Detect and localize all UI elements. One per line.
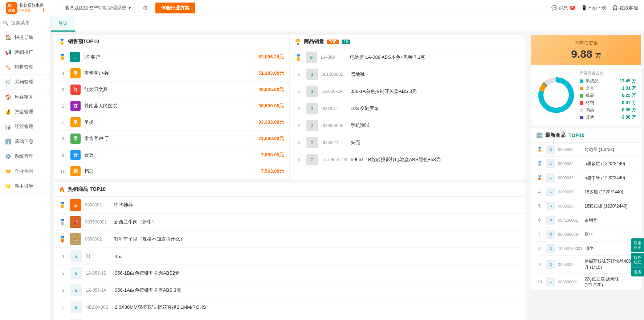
sales-icon: 🏷️ [4,63,12,71]
rank-medal-icon: 🥇 [535,147,543,152]
product-thumbnail: G [306,120,318,131]
sidebar-item-quick-nav[interactable]: 🏠 快捷导航 [0,30,50,45]
rank-value: 33,333.00元 [258,119,284,126]
sidebar-item-system[interactable]: ⚙️ 系统管理 [0,149,50,164]
system-selector[interactable]: 装备及固定资产辅助管理系统 ▾ [61,3,135,13]
product-code: 000800005 [322,123,347,128]
app-download-button[interactable]: 📱 App下载 [581,5,606,11]
legend-item: 成品 0.25 万 [580,93,636,99]
img-placeholder: G [311,90,314,94]
top-right-actions: 💬 消息 6 📱 App下载 🎧 在线客服 [551,5,638,11]
hot-product-item: 🥉 🍖 0000002 智利车子里（规格不知道填什么） [54,231,525,248]
customer-name: 档总 [84,168,257,175]
sidebar-item-basics[interactable]: ℹ️ 基础信息 [0,134,50,149]
avatar: 零 [70,68,81,78]
customer-name: LS 客户 [83,54,255,60]
rank-number: 6 [59,103,67,109]
sidebar-item-sales[interactable]: 🏷️ 销售管理 [0,60,50,75]
guide-icon: 🌟 [4,182,12,190]
gold-medal-icon: 🥇 [59,54,66,61]
inventory-icon: 🏠 [4,93,12,100]
legend-item: 文具 1.01 万 [580,85,636,91]
product-name: 雪地靴 [351,71,520,78]
newest-item: 4 G 0000030 18多层 (1220*2440) [531,185,641,199]
avatar: L [70,52,80,62]
product-rank-item: 🥇 G LA-089 电池盖 LA-089 ABS本色+黑种 7.1克 [290,49,525,66]
rank-item: 5 红 红太阳文具 40,925.00元 [54,82,289,98]
product-thumbnail: G [546,188,555,196]
rank-number: 9 [59,152,67,158]
gear-button[interactable]: ⚙ [139,2,151,14]
main-content: 🥇 销售额TOP10 🥇 L LS 客户 53,006.26元 [51,32,644,320]
sidebar-item-guide[interactable]: 🌟 新手引导 [0,179,50,194]
legend-color-dot [580,79,583,83]
messages-button[interactable]: 💬 消息 6 [551,5,575,11]
legend-item: 材料 0.07 万 [580,100,636,106]
product-name: 封边带 (1.0*22) [584,147,637,153]
customer-name: 星扬 [84,119,255,126]
newest-product-list: 🥇 G 0000033 封边带 (1.0*22) 🥈 G 0000032 5厘多… [531,143,641,290]
product-code: 01 [86,254,111,259]
product-thumbnail: 🥩 [70,216,81,228]
product-rank-item: 4 G 001000002 雪地靴 [290,66,525,83]
product-code: 0000002 [85,237,110,242]
product-code: 003800001 [558,280,582,284]
rank-number: 5 [59,271,67,276]
sidebar-item-collab[interactable]: 🤝 企业协同 [0,164,50,179]
hot-product-item: 🥇 🍜 0000001 中华神器 [54,197,525,214]
message-icon: 💬 [551,5,557,11]
hot-product-item: 6 G LA-056-1A 056-1A白色按键开关盖ABS 3壳 [54,282,525,299]
tab-home[interactable]: 首页 [51,16,75,32]
product-name: 056-1A白色按键开关盖ABS 3壳 [351,88,520,95]
sidebar-item-label: 企业协同 [15,168,33,175]
product-thumbnail: G [546,159,555,168]
hot-products-section: 🔥 热销商品 TOP10 🥇 🍜 0000001 中华神器 🥈 [54,182,525,320]
customer-name: 苍南县人民医院 [84,103,255,109]
sidebar-item-purchase[interactable]: 🛒 采购管理 [0,75,50,90]
rank-number: 6 [535,218,543,223]
rank-number: 6 [59,288,67,293]
product-name: 原坐 [585,246,637,252]
product-code: LA-056-1A [322,89,347,94]
product-thumbnail: G [306,137,318,148]
float-buttons: 客服热线 服务社区 直播 [631,238,644,276]
img-placeholder: G [311,73,314,77]
legend-label: 材料 [586,100,620,106]
legend-value: 12.45 万 [620,78,636,84]
search-menu-button[interactable]: 🔍 搜索菜单 [0,16,50,30]
sidebar-item-operations[interactable]: 📊 经营管理 [0,119,50,134]
product-code: 0000028 [558,262,582,267]
rank-item: 7 星 星扬 33,333.00元 [54,114,289,131]
trial-button[interactable]: 体验行业方案 [155,3,195,13]
avatar: 零 [70,134,81,144]
sidebar-item-inventory[interactable]: 🏠 库存核算 [0,90,50,104]
rank-number: 7 [59,305,67,310]
product-rank-item: 5 G LA-056-1A 056-1A白色按键开关盖ABS 3壳 [290,83,525,100]
rank-number: 7 [59,120,67,125]
system-name: 装备及固定资产辅助管理系统 [65,5,126,11]
newest-top-label: TOP10 [568,132,584,138]
search-icon: 🔍 [3,20,9,26]
sidebar-item-marketing[interactable]: 📢 营销推广 [0,45,50,60]
product-code: 004100001 [558,218,582,222]
logo-text: 畅捷通好生意 [20,3,44,8]
product-code: 0000033 [558,147,582,152]
service-community-button[interactable]: 服务社区 [631,253,644,267]
rank-value: 7,563.00元 [261,168,284,175]
product-thumbnail: G [546,173,555,182]
customer-service-button[interactable]: 客服热线 [631,238,644,252]
rank-number: 7 [535,232,543,237]
live-button[interactable]: 直播 [631,267,644,276]
newest-item: 7 G 000800008 原坐 [531,227,641,242]
product-thumbnail: G [306,103,318,114]
logo-badge: 标准版 [20,8,44,13]
newest-item: 🥈 G 0000032 5厘多层 (1220*2440) [531,157,641,171]
customer-name: 云扬 [84,152,257,158]
sidebar-item-finance[interactable]: 💰 资金管理 [0,104,50,119]
product-name: 智利车子里（规格不知道填什么） [114,236,520,242]
inventory-legend: 库存资金占比 半成品 12.45 万 文具 [580,70,636,120]
online-service-button[interactable]: 🎧 在线客服 [612,5,638,11]
product-thumbnail: G [546,202,555,210]
rank-number: 9 [295,157,303,163]
rank-number: 4 [59,254,67,259]
